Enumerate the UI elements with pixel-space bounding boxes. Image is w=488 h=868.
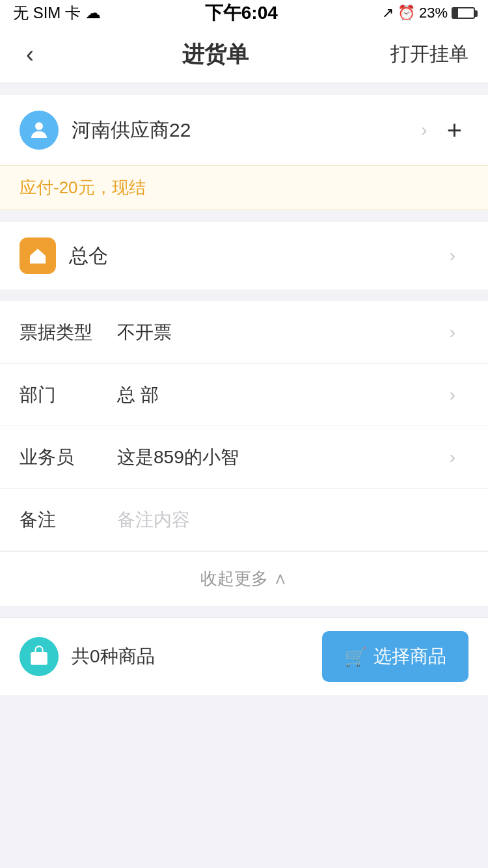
remark-placeholder: 备注内容 [117, 508, 468, 532]
salesperson-label: 业务员 [20, 445, 98, 470]
supplier-avatar [20, 111, 59, 150]
invoice-type-chevron-icon: › [450, 322, 455, 343]
invoice-type-label: 票据类型 [20, 320, 98, 345]
warehouse-chevron-icon: › [450, 245, 455, 266]
department-label: 部门 [20, 383, 98, 407]
supplier-chevron-icon: › [421, 120, 427, 141]
invoice-type-row[interactable]: 票据类型 不开票 › [0, 301, 488, 364]
page-title: 进货单 [182, 40, 249, 70]
select-product-icon: 🛒 [344, 646, 367, 668]
form-section: 票据类型 不开票 › 部门 总 部 › 业务员 这是859的小智 › 备注 备注… [0, 301, 488, 606]
supplier-row[interactable]: 河南供应商22 › + [0, 95, 488, 165]
gap-3 [0, 290, 488, 301]
invoice-type-value: 不开票 [117, 320, 450, 345]
open-pending-button[interactable]: 打开挂单 [390, 41, 468, 68]
department-row[interactable]: 部门 总 部 › [0, 364, 488, 426]
svg-point-0 [35, 122, 43, 130]
add-supplier-button[interactable]: + [441, 116, 468, 145]
gap-1 [0, 83, 488, 95]
nav-bar: ‹ 进货单 打开挂单 [0, 26, 488, 83]
product-count-label: 共0种商品 [72, 644, 322, 669]
back-button[interactable]: ‹ [20, 34, 40, 75]
battery-icon [452, 7, 475, 19]
department-chevron-icon: › [450, 385, 455, 405]
warehouse-icon [20, 237, 56, 274]
select-product-label: 选择商品 [373, 644, 446, 669]
alarm-icon: ⏰ [398, 5, 415, 21]
home-icon [27, 245, 48, 266]
status-left: 无 SIM 卡 ☁ [13, 3, 101, 23]
remark-label: 备注 [20, 508, 98, 532]
collapse-button[interactable]: 收起更多 ∧ [0, 551, 488, 606]
status-time: 下午6:04 [205, 1, 278, 25]
remark-row[interactable]: 备注 备注内容 [0, 489, 488, 551]
supplier-name: 河南供应商22 [72, 117, 421, 144]
svg-rect-2 [31, 652, 47, 665]
person-icon [27, 118, 51, 142]
notice-banner: 应付-20元，现结 [0, 165, 488, 210]
warehouse-name: 总仓 [69, 243, 450, 269]
warehouse-row[interactable]: 总仓 › [0, 222, 488, 290]
supplier-section: 河南供应商22 › + 应付-20元，现结 [0, 95, 488, 210]
select-product-button[interactable]: 🛒 选择商品 [322, 631, 468, 682]
page-background [0, 695, 488, 868]
svg-rect-1 [35, 258, 40, 264]
shopping-bag-icon [28, 645, 50, 668]
salesperson-value: 这是859的小智 [117, 445, 450, 470]
sim-label: 无 SIM 卡 ☁ [13, 3, 101, 23]
warehouse-section: 总仓 › [0, 222, 488, 290]
gap-2 [0, 210, 488, 222]
bottom-bar: 共0种商品 🛒 选择商品 [0, 617, 488, 695]
department-value: 总 部 [117, 383, 450, 407]
product-icon-circle [20, 637, 59, 676]
location-icon: ↗ [382, 5, 394, 21]
status-right: ↗ ⏰ 23% [382, 5, 475, 21]
collapse-label: 收起更多 ∧ [200, 567, 287, 590]
salesperson-chevron-icon: › [450, 447, 455, 468]
salesperson-row[interactable]: 业务员 这是859的小智 › [0, 426, 488, 489]
status-bar: 无 SIM 卡 ☁ 下午6:04 ↗ ⏰ 23% [0, 0, 488, 26]
battery-label: 23% [419, 5, 448, 21]
